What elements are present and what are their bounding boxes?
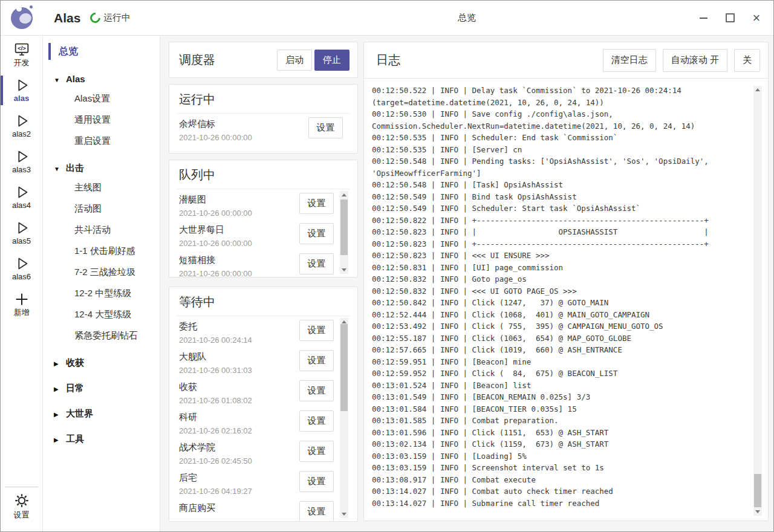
menu-item[interactable]: Alas设置 (43, 88, 160, 109)
log-line: 00:12:50.549 | INFO | Scheduler: Start t… (372, 203, 750, 215)
plus-icon (13, 290, 31, 308)
menu-item[interactable]: ▶大世界 (43, 405, 160, 422)
instance-rail-item[interactable]: </> alas6 (1, 253, 42, 288)
scroll-down-icon[interactable] (753, 508, 762, 516)
scrollbar-thumb[interactable] (340, 324, 348, 411)
close-button[interactable]: × (743, 1, 770, 35)
scheduler-status: 运行中 (90, 1, 131, 35)
task-menu: 总览 ▼Alas Alas设置 通用设置 重启设置 ▼出击 主线图 (43, 35, 160, 531)
menu-item[interactable]: ▶工具 (43, 430, 160, 447)
menu-item[interactable]: 紧急委托刷钻石 (43, 325, 160, 346)
scheduler-title: 调度器 (179, 52, 277, 68)
scroll-down-icon[interactable] (340, 510, 348, 518)
menu-item[interactable]: ▶收获 (43, 354, 160, 371)
chevron-icon: ▶ (54, 432, 66, 449)
task-settings-button[interactable]: 设置 (299, 410, 334, 432)
window-controls: × (690, 1, 770, 35)
menu-item-label: 12-2 中型练级 (74, 288, 131, 298)
menu-item[interactable]: ▼出击 (43, 160, 160, 177)
menu-item-label: 出击 (66, 163, 84, 173)
menu-item[interactable]: 共斗活动 (43, 219, 160, 240)
task-settings-button[interactable]: 设置 (299, 501, 334, 522)
menu-item[interactable]: 7-2 三战捡垃圾 (43, 261, 160, 282)
menu-item[interactable]: 12-4 大型练级 (43, 303, 160, 325)
scrollbar-thumb[interactable] (340, 199, 348, 255)
scroll-down-icon[interactable] (340, 266, 348, 274)
task-row: 科研 2021-10-26 02:16:02 设置 (169, 407, 357, 437)
menu-item-label: Alas (66, 74, 85, 84)
status-label: 运行中 (103, 12, 131, 24)
menu-item-label: 12-4 大型练级 (74, 309, 131, 319)
pending-scrollbar[interactable] (340, 191, 348, 274)
rail-settings-label: 设置 (14, 510, 30, 521)
menu-item[interactable]: 通用设置 (43, 109, 160, 130)
autoscroll-toggle-button[interactable]: 自动滚动 开 (663, 49, 727, 72)
log-line: 00:12:50.549 | INFO | Bind task OpsiAshA… (372, 191, 750, 203)
menu-item-label: 紧急委托刷钻石 (74, 330, 138, 340)
log-off-button[interactable]: 关 (734, 49, 760, 72)
instance-rail-item[interactable]: </> alas2 (1, 110, 42, 146)
log-line: 00:13:14.027 | INFO | Combat auto check … (372, 485, 750, 498)
play-icon (13, 148, 31, 166)
instance-rail-item[interactable]: </> alas (1, 74, 42, 110)
log-output[interactable]: 00:12:50.522 | INFO | Delay task `Commis… (364, 79, 768, 521)
menu-item[interactable]: ▼Alas (43, 71, 160, 88)
task-settings-button[interactable]: 设置 (299, 320, 334, 341)
menu-item[interactable]: 总览 (43, 41, 160, 62)
menu-item[interactable]: 1-1 伏击刷好感 (43, 240, 160, 261)
instance-rail-item[interactable]: </> 新增 (1, 288, 42, 324)
instance-rail-item[interactable]: </> alas4 (1, 181, 42, 217)
menu-item-label: 1-1 伏击刷好感 (74, 245, 135, 256)
waiting-scrollbar[interactable] (340, 318, 348, 518)
instance-label: alas4 (12, 201, 31, 210)
waiting-card: 等待中 委托 2021-10-26 00:24:14 设置 大舰队 2021-1… (169, 287, 358, 522)
log-line: 00:12:50.535 | INFO | Scheduler: End tas… (372, 132, 750, 144)
scheduler-start-button[interactable]: 启动 (277, 50, 312, 71)
play-icon (13, 255, 31, 273)
log-line: 00:12:52.444 | INFO | Click (1068, 401) … (372, 309, 750, 321)
instance-rail: </> 开发 </> (1, 35, 43, 531)
scheduler-stop-button[interactable]: 停止 (314, 50, 350, 71)
task-settings-button[interactable]: 设置 (299, 380, 334, 401)
code-monitor-icon: </> (13, 41, 31, 59)
task-settings-button[interactable]: 设置 (299, 350, 334, 371)
scheduler-card: 调度器 启动 停止 (169, 42, 358, 78)
menu-item-label: 7-2 三战捡垃圾 (74, 267, 135, 277)
maximize-button[interactable] (717, 1, 743, 35)
menu-item[interactable]: 重启设置 (43, 130, 160, 151)
instance-rail-item[interactable]: </> 开发 (1, 39, 42, 74)
scroll-up-icon[interactable] (753, 86, 762, 94)
window-title: 总览 (160, 1, 773, 35)
minimize-button[interactable] (690, 1, 717, 35)
task-row: 大世界每日 2021-10-26 00:00:00 设置 (169, 219, 357, 250)
instance-rail-item[interactable]: </> alas5 (1, 217, 42, 253)
task-settings-button[interactable]: 设置 (299, 193, 334, 214)
instance-label: alas6 (12, 273, 31, 281)
log-line: 00:12:50.535 | INFO | [Server] cn (372, 144, 750, 156)
log-line: 00:12:50.823 | INFO | +-----------------… (372, 238, 750, 250)
task-settings-button[interactable]: 设置 (308, 117, 343, 138)
task-settings-button[interactable]: 设置 (299, 471, 334, 492)
chevron-icon: ▼ (54, 72, 66, 89)
task-settings-button[interactable]: 设置 (299, 441, 334, 462)
log-line: 00:12:50.548 | INFO | [Task] OpsiAshAssi… (372, 179, 750, 191)
scrollbar-thumb[interactable] (754, 474, 761, 507)
task-settings-button[interactable]: 设置 (299, 223, 334, 244)
rail-settings-item[interactable]: 设置 (5, 487, 38, 531)
menu-item[interactable]: 活动图 (43, 198, 160, 219)
clear-log-button[interactable]: 清空日志 (603, 49, 656, 72)
pending-section-title: 队列中 (177, 160, 350, 189)
chevron-icon: ▶ (54, 406, 66, 423)
menu-item-label: 重启设置 (74, 135, 111, 146)
task-settings-button[interactable]: 设置 (299, 253, 334, 274)
log-scrollbar[interactable] (753, 86, 762, 516)
menu-item-label: 日常 (66, 383, 84, 393)
menu-item[interactable]: 主线图 (43, 177, 160, 198)
maximize-icon (726, 13, 735, 22)
scroll-up-icon[interactable] (340, 191, 348, 199)
instance-rail-item[interactable]: </> alas3 (1, 146, 42, 181)
chevron-icon: ▶ (54, 381, 66, 398)
menu-item[interactable]: ▶日常 (43, 380, 160, 397)
menu-item[interactable]: 12-2 中型练级 (43, 282, 160, 303)
log-line: 00:12:50.822 | INFO | +-----------------… (372, 215, 750, 227)
